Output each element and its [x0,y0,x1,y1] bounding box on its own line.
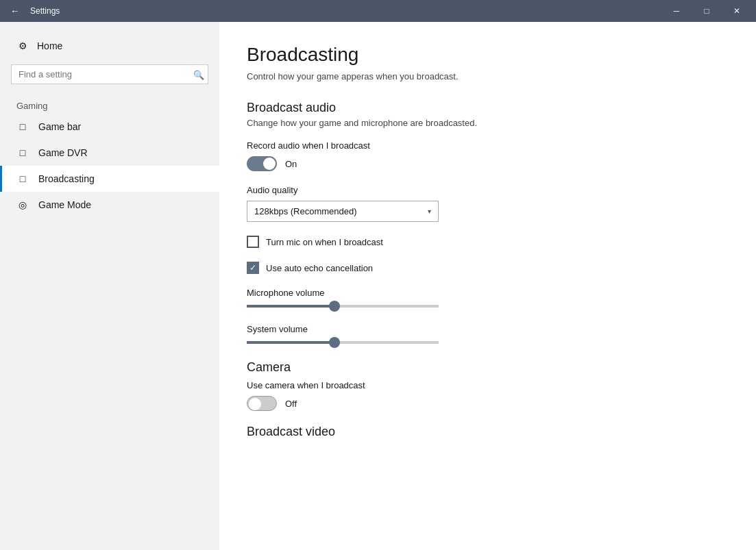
audio-quality-dropdown[interactable]: 128kbps (Recommended) ▾ [247,201,439,222]
sidebar-item-game-dvr[interactable]: □ Game DVR [0,140,219,166]
page-title: Broadcasting [247,44,729,66]
use-camera-toggle-knob [249,398,261,410]
broadcast-video-title: Broadcast video [247,425,729,439]
mic-volume-label: Microphone volume [247,288,729,298]
chevron-down-icon: ▾ [428,208,431,215]
record-audio-toggle-row: On [247,156,729,171]
system-volume-label: System volume [247,324,729,334]
maximize-button[interactable]: □ [693,0,720,22]
game-mode-icon: ◎ [16,199,29,211]
sidebar-item-broadcasting-label: Broadcasting [38,173,95,184]
audio-quality-value: 128kbps (Recommended) [254,206,357,216]
search-icon[interactable]: 🔍 [193,69,204,79]
search-input[interactable] [11,64,208,84]
auto-echo-checkbox-row[interactable]: ✓ Use auto echo cancellation [247,262,729,274]
record-audio-label: Record audio when I broadcast [247,140,729,151]
sidebar-item-broadcasting[interactable]: □ Broadcasting [0,166,219,192]
page-subtitle: Control how your game apperas when you b… [247,71,729,82]
sidebar-search: 🔍 [11,64,208,84]
use-camera-toggle[interactable] [247,396,277,411]
content-area: Broadcasting Control how your game apper… [219,22,756,550]
window-title: Settings [30,6,60,16]
broadcast-audio-title: Broadcast audio [247,101,729,115]
use-camera-toggle-row: Off [247,396,729,411]
record-audio-toggle-knob [263,158,276,170]
sidebar-section-label: Gaming [0,95,219,114]
sidebar-item-game-mode-label: Game Mode [38,199,91,210]
game-dvr-icon: □ [16,147,29,159]
broadcasting-icon: □ [16,173,29,185]
auto-echo-label: Use auto echo cancellation [266,263,373,273]
use-camera-toggle-text: Off [285,399,297,409]
app-body: ⚙ Home 🔍 Gaming □ Game bar □ Game DVR □ … [0,22,756,550]
mic-volume-fill [247,305,337,308]
audio-quality-row: Audio quality 128kbps (Recommended) ▾ [247,185,729,222]
game-bar-icon: □ [16,121,29,133]
sidebar-home-label: Home [37,40,62,51]
home-icon: ⚙ [16,40,29,52]
back-button[interactable]: ← [5,1,25,21]
sidebar-item-game-dvr-label: Game DVR [38,147,88,158]
broadcast-audio-desc: Change how your game and microphone are … [247,118,729,128]
system-volume-section: System volume [247,324,729,344]
mic-volume-section: Microphone volume [247,288,729,308]
record-audio-toggle[interactable] [247,156,277,171]
auto-echo-checkbox[interactable]: ✓ [247,262,259,274]
camera-section-title: Camera [247,360,729,375]
close-button[interactable]: ✕ [723,0,751,22]
mic-volume-track[interactable] [247,305,439,308]
sidebar-item-game-bar[interactable]: □ Game bar [0,114,219,140]
titlebar: ← Settings ─ □ ✕ [0,0,756,22]
mic-volume-thumb[interactable] [329,301,340,312]
checkmark-icon: ✓ [249,263,256,273]
system-volume-track[interactable] [247,341,439,344]
system-volume-fill [247,341,337,344]
audio-quality-label: Audio quality [247,185,729,195]
turn-mic-label: Turn mic on when I broadcast [266,237,383,247]
sidebar: ⚙ Home 🔍 Gaming □ Game bar □ Game DVR □ … [0,22,219,550]
turn-mic-checkbox[interactable] [247,236,259,248]
minimize-button[interactable]: ─ [663,0,690,22]
sidebar-item-game-mode[interactable]: ◎ Game Mode [0,192,219,218]
sidebar-item-home[interactable]: ⚙ Home [0,33,219,59]
use-camera-label: Use camera when I broadcast [247,380,729,390]
turn-mic-checkbox-row[interactable]: Turn mic on when I broadcast [247,236,729,248]
record-audio-toggle-text: On [285,159,297,169]
window-controls: ─ □ ✕ [663,0,751,22]
system-volume-thumb[interactable] [329,337,340,348]
sidebar-item-game-bar-label: Game bar [38,121,81,132]
